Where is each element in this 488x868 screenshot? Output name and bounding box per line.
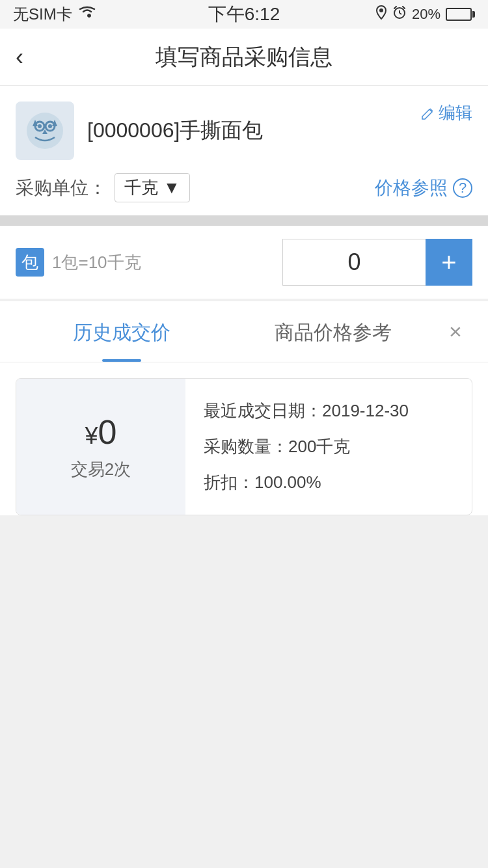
svg-point-7 <box>38 124 42 128</box>
product-thumbnail <box>16 102 74 160</box>
quantity-input-group: + <box>282 239 472 286</box>
transaction-card: ¥0 交易2次 最近成交日期：2019-12-30 采购数量：200千克 折扣：… <box>16 378 472 515</box>
unit-selector[interactable]: 千克 ▼ <box>115 173 190 202</box>
tab-price-ref[interactable]: 商品价格参考 <box>227 301 439 362</box>
price-value: 0 <box>98 413 117 451</box>
product-name: [0000006]手撕面包 <box>87 116 263 145</box>
price-display: ¥0 <box>85 413 117 452</box>
card-price-summary: ¥0 交易2次 <box>16 379 185 515</box>
unit-arrow-icon: ▼ <box>163 178 180 198</box>
tabs-row: 历史成交价 商品价格参考 × <box>0 301 488 362</box>
nav-bar: ‹ 填写商品采购信息 <box>0 29 488 86</box>
card-details: 最近成交日期：2019-12-30 采购数量：200千克 折扣：100.00% <box>185 379 472 515</box>
main-content-bg <box>0 531 488 868</box>
wifi-icon <box>77 5 97 23</box>
status-time: 下午6:12 <box>208 2 280 27</box>
quantity-unit-info: 包 1包=10千克 <box>16 248 141 277</box>
purchase-quantity: 采购数量：200千克 <box>204 434 454 459</box>
status-bar: 无SIM卡 下午6:12 20% <box>0 0 488 29</box>
alarm-icon <box>392 5 407 23</box>
svg-point-8 <box>48 124 52 128</box>
battery-icon <box>446 8 475 21</box>
panel-section: 历史成交价 商品价格参考 × ¥0 交易2次 最近成交日期：2019-12-30… <box>0 301 488 515</box>
trade-count: 交易2次 <box>71 458 131 481</box>
unit-badge: 包 <box>16 248 44 277</box>
unit-value: 千克 <box>124 176 158 199</box>
quantity-plus-button[interactable]: + <box>426 239 472 286</box>
currency-symbol: ¥ <box>85 422 98 449</box>
conversion-text: 1包=10千克 <box>52 251 141 274</box>
product-image <box>22 108 68 154</box>
battery-percent: 20% <box>412 6 441 23</box>
tab-history-price[interactable]: 历史成交价 <box>16 301 227 362</box>
unit-label: 采购单位： <box>16 176 107 200</box>
product-header: [0000006]手撕面包 编辑 <box>16 102 472 160</box>
product-unit-row: 采购单位： 千克 ▼ 价格参照 ? <box>16 173 472 202</box>
location-icon <box>375 5 387 23</box>
help-icon: ? <box>453 178 472 198</box>
quantity-input[interactable] <box>282 239 426 286</box>
svg-point-0 <box>379 8 383 12</box>
quantity-row: 包 1包=10千克 + <box>0 226 488 299</box>
carrier-text: 无SIM卡 <box>13 4 72 25</box>
page-title: 填写商品采购信息 <box>156 42 332 72</box>
close-panel-button[interactable]: × <box>439 315 472 349</box>
discount: 折扣：100.00% <box>204 470 454 495</box>
back-button[interactable]: ‹ <box>16 44 23 71</box>
status-left: 无SIM卡 <box>13 4 97 25</box>
last-trade-date: 最近成交日期：2019-12-30 <box>204 398 454 424</box>
product-left: [0000006]手撕面包 <box>16 102 263 160</box>
edit-button[interactable]: 编辑 <box>420 102 472 124</box>
price-ref-label: 价格参照 <box>375 176 448 200</box>
product-section: [0000006]手撕面包 编辑 采购单位： 千克 ▼ 价格参照 ? <box>0 86 488 215</box>
status-right: 20% <box>375 5 475 23</box>
section-divider <box>0 215 488 226</box>
price-ref-button[interactable]: 价格参照 ? <box>375 176 472 200</box>
svg-line-3 <box>400 13 401 14</box>
